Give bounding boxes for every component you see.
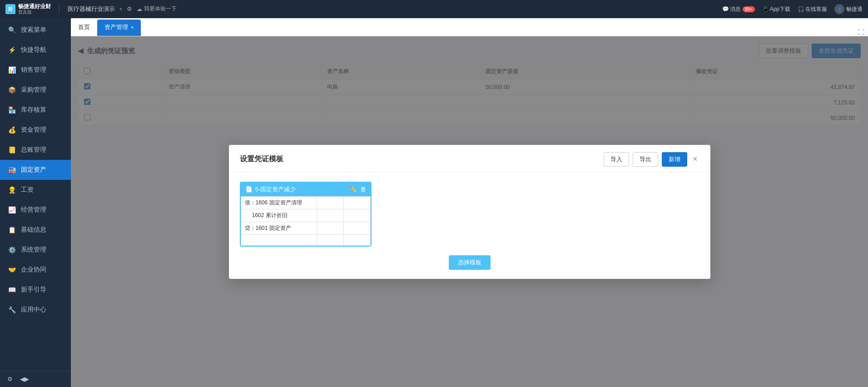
sidebar-item-search[interactable]: 🔍 搜索菜单: [0, 20, 71, 40]
template-row: 借：1606 固定资产清理: [241, 196, 370, 209]
search-icon: 🔍: [7, 25, 16, 35]
sidebar-item-payroll[interactable]: 👷 工资: [0, 180, 71, 200]
select-template-button[interactable]: 选择模板: [449, 255, 491, 270]
top-bar-right: 💬 消息 99+ 📱 App下载 🎧 在线客服 👤 畅捷通: [722, 4, 863, 14]
template-card-header: 📄 5-固定资产减少 ✏️ 🗑: [241, 183, 371, 196]
chevron-down-icon[interactable]: ▾: [119, 6, 122, 12]
messages-button[interactable]: 💬 消息 99+: [722, 5, 755, 13]
inventory-icon: 🏪: [7, 105, 16, 114]
sidebar-item-inventory[interactable]: 🏪 库存核算: [0, 100, 71, 120]
sidebar-item-quick-nav[interactable]: ⚡ 快捷导航: [0, 40, 71, 60]
avatar: 👤: [834, 4, 844, 14]
funds-icon: 💰: [7, 125, 16, 134]
dialog-header: 设置凭证模板 导入 导出 新增 ×: [229, 145, 710, 173]
main-layout: 🔍 搜索菜单 ⚡ 快捷导航 📊 销售管理 📦 采购管理 🏪 库存核算: [0, 18, 868, 387]
app-center-icon: 🔧: [7, 305, 16, 314]
logo-icon: 财: [5, 4, 15, 14]
template-row: 贷：1601 固定资产: [241, 222, 370, 234]
settings-icon[interactable]: ⚙: [127, 5, 132, 12]
experience-button[interactable]: ☁ 我要体验一下: [137, 5, 177, 13]
company-name: 医疗器械行业演示: [68, 5, 115, 13]
new-button[interactable]: 新增: [662, 152, 687, 167]
cloud-icon: ☁: [137, 6, 142, 12]
sidebar-item-system[interactable]: ⚙️ 系统管理: [0, 240, 71, 260]
page-content: ◀ 生成的凭证预览 批量调整模板 全部生成凭证: [71, 36, 868, 387]
purchase-icon: 📦: [7, 85, 16, 94]
guide-icon: 📖: [7, 285, 16, 294]
sidebar-item-guide[interactable]: 📖 新手引导: [0, 280, 71, 300]
sidebar-item-app-center[interactable]: 🔧 应用中心: [0, 300, 71, 320]
system-icon: ⚙️: [7, 245, 16, 254]
fixed-assets-icon: 🏭: [7, 165, 16, 174]
download-icon: 📱: [762, 6, 769, 12]
close-button[interactable]: ×: [691, 154, 699, 164]
settings-bottom-icon[interactable]: ⚙: [7, 376, 13, 382]
flash-icon: ⚡: [7, 45, 16, 55]
sidebar-bottom: ⚙ ◀▶: [0, 371, 71, 387]
collapse-icon[interactable]: ◀▶: [20, 376, 29, 382]
tab-close-icon[interactable]: ×: [131, 25, 134, 30]
sidebar-item-fixed-assets[interactable]: 🏭 固定资产: [0, 160, 71, 180]
sidebar-item-funds[interactable]: 💰 资金管理: [0, 120, 71, 140]
basic-info-icon: 📋: [7, 225, 16, 234]
maximize-icon[interactable]: ⛶: [858, 29, 864, 36]
template-doc-icon: 📄: [245, 186, 253, 193]
online-service-button[interactable]: 🎧 在线客服: [798, 5, 827, 13]
content-area: 首页 资产管理 × ⛶ ◀: [71, 18, 868, 387]
sales-icon: 📊: [7, 65, 16, 74]
template-card-header-left: 📄 5-固定资产减少: [245, 185, 296, 194]
dialog-header-actions: 导入 导出 新增 ×: [604, 152, 699, 167]
top-bar-left: 财 畅捷通好业财 普及版 医疗器械行业演示 ▾ ⚙ ☁ 我要体验一下: [5, 3, 177, 15]
sidebar-item-basic-info[interactable]: 📋 基础信息: [0, 220, 71, 240]
page-inner: ◀ 生成的凭证预览 批量调整模板 全部生成凭证: [71, 36, 868, 133]
operations-icon: 📈: [7, 205, 16, 214]
template-row: 1602 累计折旧: [241, 209, 370, 222]
dialog-title: 设置凭证模板: [240, 154, 283, 164]
sidebar-item-operations[interactable]: 📈 经营管理: [0, 200, 71, 220]
template-card-body: 借：1606 固定资产清理 1602 累计折旧: [241, 196, 371, 246]
export-button[interactable]: 导出: [633, 152, 658, 167]
app-download-button[interactable]: 📱 App下载: [762, 5, 790, 13]
template-name: 5-固定资产减少: [255, 185, 296, 194]
user-info[interactable]: 👤 畅捷通: [834, 4, 863, 14]
template-card: 📄 5-固定资产减少 ✏️ 🗑: [240, 182, 372, 247]
sidebar-item-purchase[interactable]: 📦 采购管理: [0, 80, 71, 100]
top-bar: 财 畅捷通好业财 普及版 医疗器械行业演示 ▾ ⚙ ☁ 我要体验一下 💬 消息 …: [0, 0, 868, 18]
message-icon: 💬: [722, 6, 729, 12]
credit-label: 贷：1601 固定资产: [241, 222, 317, 234]
select-template-area: 选择模板: [240, 255, 699, 270]
sidebar-item-sales[interactable]: 📊 销售管理: [0, 60, 71, 80]
edition-label: 普及版: [18, 10, 51, 15]
edit-icon[interactable]: ✏️: [349, 186, 357, 193]
dialog: 设置凭证模板 导入 导出 新增 ×: [229, 145, 710, 279]
ledger-icon: 📒: [7, 145, 16, 154]
import-button[interactable]: 导入: [604, 152, 629, 167]
tab-home[interactable]: 首页: [71, 20, 97, 36]
app-container: 财 畅捷通好业财 普及版 医疗器械行业演示 ▾ ⚙ ☁ 我要体验一下 💬 消息 …: [0, 0, 868, 387]
enterprise-icon: 🤝: [7, 265, 16, 274]
dialog-overlay: 设置凭证模板 导入 导出 新增 ×: [71, 36, 868, 387]
payroll-icon: 👷: [7, 185, 16, 194]
tab-bar: 首页 资产管理 × ⛶: [71, 18, 868, 36]
delete-icon[interactable]: 🗑: [360, 186, 366, 193]
template-card-header-right: ✏️ 🗑: [349, 186, 366, 193]
sidebar-menu: 🔍 搜索菜单 ⚡ 快捷导航 📊 销售管理 📦 采购管理 🏪 库存核算: [0, 18, 71, 371]
debit-label: 借：1606 固定资产清理: [241, 196, 317, 209]
sidebar-item-ledger[interactable]: 📒 总账管理: [0, 140, 71, 160]
template-table: 借：1606 固定资产清理 1602 累计折旧: [241, 196, 371, 246]
service-icon: 🎧: [798, 6, 804, 12]
app-name: 畅捷通好业财: [18, 3, 51, 10]
tab-asset-management[interactable]: 资产管理 ×: [97, 20, 141, 36]
sidebar-item-enterprise[interactable]: 🤝 企业协同: [0, 260, 71, 280]
debit-entry-2: 1602 累计折旧: [241, 209, 317, 222]
template-row-empty: [241, 234, 370, 245]
sidebar: 🔍 搜索菜单 ⚡ 快捷导航 📊 销售管理 📦 采购管理 🏪 库存核算: [0, 18, 71, 387]
dialog-body: 📄 5-固定资产减少 ✏️ 🗑: [229, 173, 710, 279]
logo: 财 畅捷通好业财 普及版: [5, 3, 51, 15]
